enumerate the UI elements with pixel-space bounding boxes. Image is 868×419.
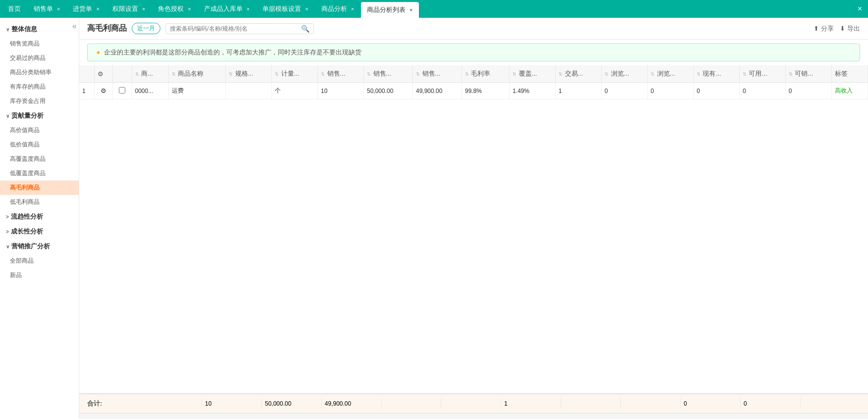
- th-current_stock[interactable]: ⇅ 现有...: [693, 65, 739, 83]
- chevron-icon: ∨: [6, 244, 9, 249]
- tab-close-进货单[interactable]: ×: [96, 6, 99, 12]
- th-available_stock[interactable]: ⇅ 可用...: [739, 65, 785, 83]
- cell-saleable: 0: [785, 83, 831, 99]
- th-label: 交易...: [565, 70, 583, 77]
- sort-icon: ⇅: [697, 72, 702, 77]
- th-spec[interactable]: ⇅ 规格...: [226, 65, 272, 83]
- chevron-icon: >: [6, 214, 9, 220]
- th-label: 规格...: [235, 70, 254, 77]
- th-settings: ⚙: [94, 65, 112, 83]
- export-icon: ⬇: [840, 25, 845, 32]
- nav-tab-首页[interactable]: 首页: [2, 2, 27, 16]
- info-banner: ✦ 企业的主要的利润都是这部分商品创造的，可考虑加大推广，同时关注库存是不要出现…: [87, 44, 860, 61]
- th-gross_margin[interactable]: ⇅ 毛利率: [461, 65, 509, 83]
- sidebar-item-低毛利商品[interactable]: 低毛利商品: [0, 195, 79, 209]
- sidebar: « ∨整体信息销售览商品交易过的商品商品分类助销率有库存的商品库存资金占用∨贡献…: [0, 18, 79, 419]
- th-sales_amount[interactable]: ⇅ 销售...: [364, 65, 413, 83]
- sidebar-item-全部商品[interactable]: 全部商品: [0, 254, 79, 268]
- th-unit[interactable]: ⇅ 计量...: [272, 65, 318, 83]
- th-sales_count[interactable]: ⇅ 销售...: [318, 65, 364, 83]
- nav-tab-商品分析[interactable]: 商品分析×: [315, 2, 360, 16]
- search-icon[interactable]: 🔍: [301, 25, 309, 33]
- date-filter-button[interactable]: 近一月: [132, 23, 160, 34]
- sort-icon: ⇅: [605, 72, 610, 77]
- th-tag: 标签: [831, 65, 868, 83]
- close-all-button[interactable]: ×: [854, 4, 866, 13]
- chevron-icon: >: [6, 229, 9, 234]
- sidebar-group-成长性分析[interactable]: >成长性分析: [0, 224, 79, 239]
- th-browse2[interactable]: ⇅ 浏览...: [647, 65, 693, 83]
- nav-tab-商品分析列表[interactable]: 商品分析列表×: [361, 2, 418, 18]
- sort-icon: ⇅: [172, 72, 177, 77]
- sort-icon: ⇅: [651, 72, 656, 77]
- nav-tab-单据模板设置[interactable]: 单据模板设置×: [256, 2, 314, 16]
- sidebar-collapse-button[interactable]: «: [72, 22, 77, 31]
- tab-close-角色授权[interactable]: ×: [188, 6, 191, 12]
- table-container[interactable]: ⚙⇅ 商...⇅ 商品名称⇅ 规格...⇅ 计量...⇅ 销售...⇅ 销售..…: [79, 65, 868, 393]
- th-transaction[interactable]: ⇅ 交易...: [556, 65, 602, 83]
- sidebar-group-流趋性分析[interactable]: >流趋性分析: [0, 209, 79, 224]
- horizontal-scrollbar[interactable]: [79, 413, 868, 419]
- sidebar-item-商品分类助销率[interactable]: 商品分类助销率: [0, 65, 79, 80]
- footer-cell-sales_profit: 49,900.00: [321, 398, 381, 409]
- cell-code: 0000...: [132, 83, 168, 99]
- sidebar-item-库存资金占用[interactable]: 库存资金占用: [0, 94, 79, 108]
- th-checkbox: [112, 65, 132, 83]
- export-button[interactable]: ⬇ 导出: [840, 24, 860, 33]
- tab-close-商品分析列表[interactable]: ×: [409, 7, 412, 13]
- sidebar-item-新品[interactable]: 新品: [0, 268, 79, 282]
- main-layout: « ∨整体信息销售览商品交易过的商品商品分类助销率有库存的商品库存资金占用∨贡献…: [0, 18, 868, 419]
- sidebar-group-营销推广分析[interactable]: ∨营销推广分析: [0, 239, 79, 254]
- tab-close-单据模板设置[interactable]: ×: [305, 6, 308, 12]
- sidebar-item-高价值商品[interactable]: 高价值商品: [0, 123, 79, 138]
- sidebar-item-有库存的商品[interactable]: 有库存的商品: [0, 80, 79, 94]
- nav-tab-销售单[interactable]: 销售单×: [28, 2, 66, 16]
- sort-icon: ⇅: [135, 72, 141, 77]
- nav-tab-权限设置[interactable]: 权限设置×: [106, 2, 151, 16]
- table-header: ⚙⇅ 商...⇅ 商品名称⇅ 规格...⇅ 计量...⇅ 销售...⇅ 销售..…: [79, 65, 868, 83]
- header-actions: ⬆ 分享 ⬇ 导出: [814, 24, 860, 33]
- share-button[interactable]: ⬆ 分享: [814, 24, 834, 33]
- settings-icon[interactable]: ⚙: [101, 87, 106, 94]
- sidebar-item-高覆盖度商品[interactable]: 高覆盖度商品: [0, 152, 79, 166]
- cell-checkbox[interactable]: [112, 83, 132, 99]
- sort-icon: ⇅: [512, 72, 518, 77]
- sidebar-item-高毛利商品[interactable]: 高毛利商品: [0, 181, 79, 195]
- search-box: 🔍: [165, 23, 314, 34]
- th-label: 毛利率: [471, 70, 490, 77]
- tab-close-权限设置[interactable]: ×: [142, 6, 145, 12]
- search-input[interactable]: [170, 25, 301, 32]
- footer-cell-browse2: [621, 398, 681, 409]
- sidebar-item-交易过的商品[interactable]: 交易过的商品: [0, 51, 79, 65]
- table-row: 1⚙0000...运费个1050,000.0049,900.0099.8%1.4…: [79, 83, 868, 99]
- table-body: 1⚙0000...运费个1050,000.0049,900.0099.8%1.4…: [79, 83, 868, 99]
- nav-tab-进货单[interactable]: 进货单×: [67, 2, 105, 16]
- nav-tab-角色授权[interactable]: 角色授权×: [152, 2, 197, 16]
- th-label: 浏览...: [611, 70, 629, 77]
- th-label: 现有...: [703, 70, 721, 77]
- th-name[interactable]: ⇅ 商品名称: [168, 65, 226, 83]
- info-text: 企业的主要的利润都是这部分商品创造的，可考虑加大推广，同时关注库存是不要出现缺货: [104, 48, 361, 57]
- nav-tab-产成品入库单[interactable]: 产成品入库单×: [198, 2, 255, 16]
- th-saleable[interactable]: ⇅ 可销...: [785, 65, 831, 83]
- tab-close-销售单[interactable]: ×: [57, 6, 60, 12]
- sidebar-item-低覆盖度商品[interactable]: 低覆盖度商品: [0, 166, 79, 181]
- cell-sales_count: 10: [318, 83, 364, 99]
- th-coverage[interactable]: ⇅ 覆盖...: [510, 65, 556, 83]
- th-code[interactable]: ⇅ 商...: [132, 65, 168, 83]
- sort-icon: ⇅: [789, 72, 794, 77]
- th-sales_profit[interactable]: ⇅ 销售...: [412, 65, 461, 83]
- footer-cell-gross_margin: [381, 398, 441, 409]
- sidebar-group-贡献量分析[interactable]: ∨贡献量分析: [0, 108, 79, 123]
- tab-close-商品分析[interactable]: ×: [351, 6, 354, 12]
- sidebar-group-整体信息[interactable]: ∨整体信息: [0, 22, 79, 37]
- th-browse1[interactable]: ⇅ 浏览...: [602, 65, 648, 83]
- footer-summary: 合计: 1050,000.0049,900.00100: [79, 393, 868, 413]
- sidebar-item-低价值商品[interactable]: 低价值商品: [0, 138, 79, 152]
- page-title: 高毛利商品: [87, 23, 127, 34]
- cell-browse1: 0: [602, 83, 648, 99]
- row-checkbox[interactable]: [119, 87, 125, 93]
- sidebar-item-销售览商品[interactable]: 销售览商品: [0, 37, 79, 51]
- tab-close-产成品入库单[interactable]: ×: [247, 6, 250, 12]
- chevron-icon: ∨: [6, 113, 9, 119]
